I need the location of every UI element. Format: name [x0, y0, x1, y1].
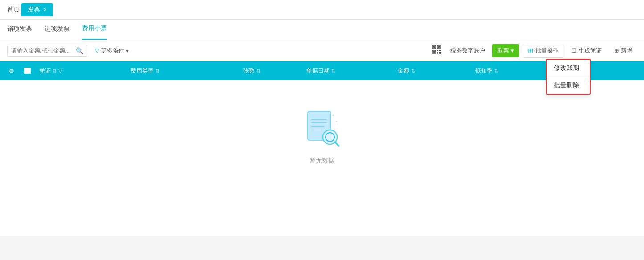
take-ticket-button[interactable]: 取票 ▾ — [492, 44, 519, 57]
filter-button[interactable]: ▽ 更多条件 — [91, 45, 133, 57]
count-sort-icon[interactable]: ⇅ — [257, 68, 261, 74]
sub-nav-input-invoice[interactable]: 进项发票 — [45, 20, 69, 40]
add-icon: ⊕ — [614, 47, 619, 54]
svg-rect-12 — [437, 53, 438, 54]
toolbar-left: 🔍 ▽ 更多条件 — [7, 45, 426, 57]
content-area: ✦ ✦ 暂无数据 — [0, 80, 644, 236]
qr-code-button[interactable] — [430, 43, 443, 58]
svg-rect-9 — [439, 52, 440, 53]
top-nav: 首页 发票 × — [0, 0, 644, 20]
gen-voucher-button[interactable]: ☐ 生成凭证 — [567, 44, 606, 57]
deduction-rate-sort-icon[interactable]: ⇅ — [494, 68, 498, 74]
svg-rect-3 — [438, 46, 440, 48]
svg-line-23 — [335, 142, 339, 146]
th-date[interactable]: 单据日期 ⇅ — [303, 67, 394, 75]
svg-rect-13 — [439, 53, 440, 54]
th-amount[interactable]: 金额 ⇅ — [394, 67, 472, 75]
gen-voucher-icon: ☐ — [571, 47, 577, 54]
invoice-tab[interactable]: 发票 × — [21, 3, 53, 16]
batch-op-icon: ⊞ — [528, 47, 534, 55]
batch-delete-item[interactable]: 批量删除 — [547, 77, 590, 94]
th-count[interactable]: 张数 ⇅ — [240, 67, 303, 75]
th-expense-type[interactable]: 费用类型 ⇅ — [127, 67, 240, 75]
svg-text:✦: ✦ — [335, 120, 338, 123]
th-check[interactable] — [20, 68, 36, 74]
take-ticket-chevron-icon: ▾ — [511, 47, 514, 54]
search-icon[interactable]: 🔍 — [76, 47, 83, 54]
gen-voucher-label: 生成凭证 — [579, 47, 602, 55]
select-all-checkbox[interactable] — [24, 68, 31, 74]
invoice-tab-label: 发票 — [28, 6, 40, 14]
svg-rect-10 — [440, 50, 441, 51]
add-button[interactable]: ⊕ 新增 — [610, 44, 637, 57]
sub-nav-expense-ticket[interactable]: 费用小票 — [82, 20, 107, 40]
filter-chevron-icon — [126, 47, 129, 54]
svg-rect-11 — [440, 52, 441, 53]
svg-rect-6 — [437, 50, 438, 51]
voucher-sort-icon[interactable]: ⇅ — [53, 68, 57, 74]
tax-account-button[interactable]: 税务数字账户 — [447, 45, 489, 57]
invoice-tab-close[interactable]: × — [44, 7, 47, 13]
take-ticket-label: 取票 — [497, 47, 509, 55]
toolbar-right: 税务数字账户 取票 ▾ ⊞ 批量操作 ☐ 生成凭证 ⊕ 新增 — [430, 43, 637, 58]
sub-nav-sales-invoice[interactable]: 销项发票 — [7, 20, 32, 40]
amount-sort-icon[interactable]: ⇅ — [411, 68, 415, 74]
empty-illustration: ✦ ✦ — [300, 107, 344, 151]
filter-label: 更多条件 — [101, 47, 124, 55]
batch-operation-button[interactable]: ⊞ 批量操作 — [523, 44, 563, 58]
add-label: 新增 — [621, 47, 632, 55]
th-voucher[interactable]: 凭证 ⇅ ▽ — [36, 67, 127, 75]
th-settings[interactable]: ⚙ — [4, 68, 20, 74]
search-input[interactable] — [11, 47, 76, 54]
qr-code-icon — [432, 45, 441, 54]
empty-state: ✦ ✦ 暂无数据 — [0, 80, 644, 191]
expense-type-sort-icon[interactable]: ⇅ — [155, 68, 159, 74]
batch-op-dropdown: 修改账期 批量删除 — [546, 59, 591, 95]
th-deduction-rate[interactable]: 抵扣率 ⇅ — [472, 67, 549, 75]
modify-period-item[interactable]: 修改账期 — [547, 60, 590, 77]
home-link[interactable]: 首页 — [7, 6, 20, 14]
svg-rect-14 — [440, 53, 441, 54]
svg-text:✦: ✦ — [332, 114, 335, 118]
svg-rect-5 — [433, 51, 435, 53]
date-sort-icon[interactable]: ⇅ — [331, 68, 335, 74]
svg-rect-8 — [437, 52, 438, 53]
batch-op-label: 批量操作 — [535, 47, 558, 55]
svg-rect-7 — [439, 50, 440, 51]
sub-nav: 销项发票 进项发票 费用小票 — [0, 20, 644, 40]
empty-text: 暂无数据 — [310, 157, 334, 165]
settings-icon[interactable]: ⚙ — [9, 68, 14, 74]
search-box[interactable]: 🔍 — [7, 45, 87, 57]
svg-rect-1 — [433, 46, 435, 48]
filter-icon: ▽ — [95, 47, 99, 54]
voucher-filter-icon[interactable]: ▽ — [58, 68, 62, 74]
toolbar: 🔍 ▽ 更多条件 — [0, 40, 644, 61]
